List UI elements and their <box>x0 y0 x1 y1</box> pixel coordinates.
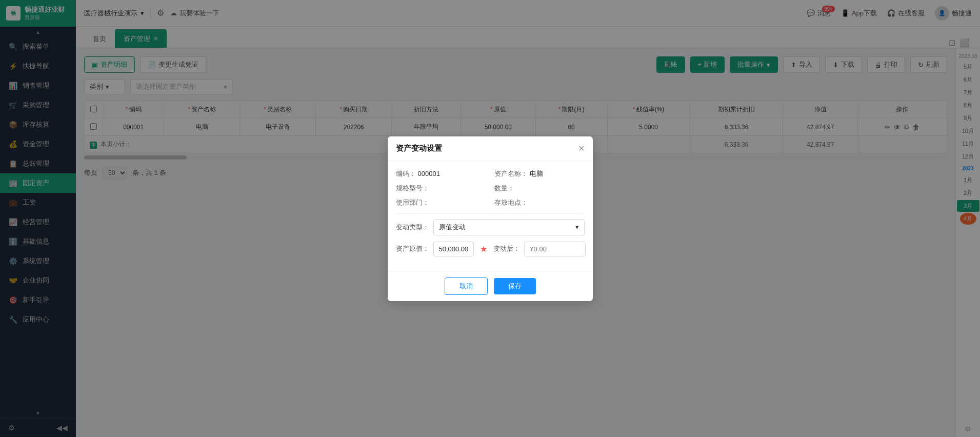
modal-header: 资产变动设置 ✕ <box>388 136 593 161</box>
modal-info-grid: 编码： 000001 资产名称： 电脑 规格型号： 数量： 使用部门： <box>396 169 585 207</box>
code-value: 000001 <box>418 170 440 177</box>
modal-quantity: 数量： <box>494 184 585 193</box>
asset-name-value: 电脑 <box>530 169 543 178</box>
modal-divider <box>396 213 585 214</box>
modal-body: 编码： 000001 资产名称： 电脑 规格型号： 数量： 使用部门： <box>388 161 593 271</box>
modal-save-button[interactable]: 保存 <box>494 278 536 294</box>
after-value-input[interactable] <box>524 242 586 256</box>
change-type-select[interactable]: 原值变动 ▾ <box>433 219 585 235</box>
original-value-label: 资产原值： <box>396 244 429 253</box>
spec-label: 规格型号： <box>396 184 429 193</box>
value-row: 资产原值： 50,000.00 ★ 变动后： <box>396 242 585 256</box>
change-type-row: 变动类型： 原值变动 ▾ <box>396 219 585 235</box>
modal-footer: 取消 保存 <box>388 271 593 301</box>
change-type-label: 变动类型： <box>396 223 429 232</box>
location-label: 存放地点： <box>494 198 528 207</box>
modal-title: 资产变动设置 <box>396 144 442 153</box>
asset-change-modal: 资产变动设置 ✕ 编码： 000001 资产名称： 电脑 规格型号： 数量： <box>388 136 593 301</box>
modal-close-button[interactable]: ✕ <box>578 144 585 153</box>
modal-dept: 使用部门： <box>396 198 486 207</box>
original-value-display: 50,000.00 <box>433 242 474 256</box>
modal-asset-name: 资产名称： 电脑 <box>494 169 585 178</box>
change-type-dropdown-icon: ▾ <box>575 223 579 231</box>
code-label: 编码： <box>396 169 416 178</box>
original-value: 50,000.00 <box>439 245 469 253</box>
modal-code: 编码： 000001 <box>396 169 486 178</box>
dept-label: 使用部门： <box>396 198 429 207</box>
modal-cancel-button[interactable]: 取消 <box>445 277 488 295</box>
quantity-label: 数量： <box>494 184 514 193</box>
change-type-value: 原值变动 <box>439 223 466 232</box>
asset-name-label: 资产名称： <box>494 169 528 178</box>
modal-spec: 规格型号： <box>396 184 486 193</box>
modal-location: 存放地点： <box>494 198 585 207</box>
required-star: ★ <box>480 244 487 254</box>
after-label: 变动后： <box>493 244 520 253</box>
modal-overlay: 资产变动设置 ✕ 编码： 000001 资产名称： 电脑 规格型号： 数量： <box>0 0 980 437</box>
